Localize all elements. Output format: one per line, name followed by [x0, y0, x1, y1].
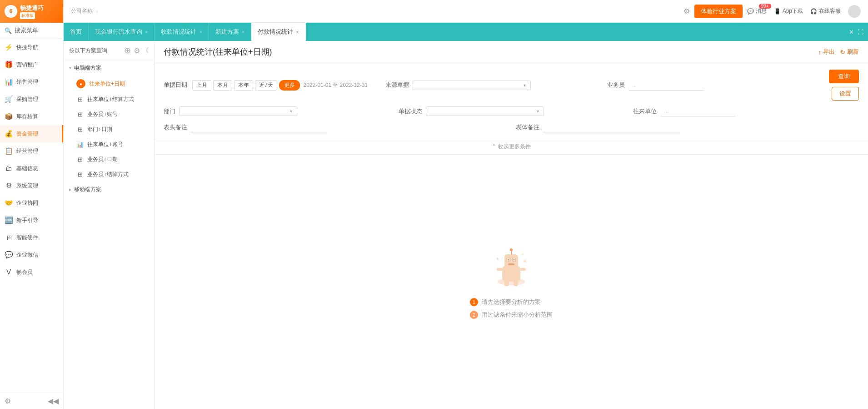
- add-scheme-icon[interactable]: ⊕: [124, 45, 131, 56]
- date-this-year-btn[interactable]: 本年: [234, 80, 253, 91]
- setting-button[interactable]: 设置: [832, 87, 859, 101]
- filter-area: 单据日期 上月 本月 本年 近7天 更多 2022-01-01 至 2022-1…: [155, 63, 868, 139]
- date-recent7-btn[interactable]: 近7天: [255, 80, 277, 91]
- voucher-status-select[interactable]: ▾: [426, 106, 544, 116]
- tab-receipt[interactable]: 收款情况统计 ×: [155, 23, 209, 41]
- user-avatar[interactable]: [848, 5, 861, 18]
- marketing-label: 营销推广: [16, 61, 38, 69]
- scheme-item-unit-settle[interactable]: ⊞ 往来单位+结算方式: [64, 92, 154, 107]
- export-icon: ↑: [818, 49, 822, 56]
- right-content: 付款情况统计(往来单位+日期) ↑ 导出 ↻ 刷新: [155, 41, 868, 409]
- svg-point-14: [497, 258, 499, 260]
- message-icon: 💬: [747, 8, 754, 15]
- messages-item[interactable]: 💬 消息 99+: [747, 7, 767, 15]
- search-menu-item[interactable]: 🔍 搜索菜单: [0, 23, 63, 39]
- export-button[interactable]: ↑ 导出: [818, 48, 835, 56]
- scheme-chart-icon-1: 📊: [76, 141, 84, 148]
- system-icon: ⚙: [5, 182, 13, 190]
- sidebar-item-weixin[interactable]: 💬 企业微信: [0, 246, 63, 263]
- app-download-item[interactable]: 📱 App下载: [774, 7, 803, 15]
- online-service-item[interactable]: 🎧 在线客服: [810, 7, 841, 15]
- svg-point-6: [513, 259, 515, 261]
- source-select[interactable]: ▾: [413, 81, 531, 90]
- sidebar-item-enterprise[interactable]: 🤝 企业协同: [0, 194, 63, 212]
- footer-collapse-icon[interactable]: ◀◀: [48, 397, 59, 405]
- tab-payment-close[interactable]: ×: [296, 29, 299, 35]
- staff-filter-group: 业务员: [607, 80, 820, 91]
- scheme-panel-title: 按以下方案查询: [69, 47, 107, 55]
- scheme-item-unit-account-label: 往来单位+账号: [87, 141, 123, 148]
- voucher-status-label: 单据状态: [399, 107, 422, 116]
- tab-new-scheme-close[interactable]: ×: [242, 29, 244, 35]
- sidebar-item-marketing[interactable]: 🎁 营销推广: [0, 56, 63, 73]
- svg-point-5: [508, 259, 509, 261]
- dept-select[interactable]: ▾: [179, 106, 297, 116]
- staff-input[interactable]: [629, 80, 704, 91]
- tab-expand-icon[interactable]: ⛶: [858, 29, 863, 35]
- tip-num-2: 2: [470, 311, 478, 319]
- scheme-item-unit-date[interactable]: ● 往来单位+日期: [64, 76, 154, 92]
- sales-label: 销售管理: [16, 78, 38, 86]
- sidebar-item-operation[interactable]: 📋 经营管理: [0, 142, 63, 160]
- scheme-settings-icon[interactable]: ⚙: [134, 46, 140, 55]
- sidebar-item-hardware[interactable]: 🖥 智能硬件: [0, 229, 63, 246]
- empty-tip-1: 1 请先选择要分析的方案: [470, 298, 553, 306]
- sidebar-item-basic[interactable]: 🗂 基础信息: [0, 160, 63, 177]
- scheme-item-unit-account[interactable]: 📊 往来单位+账号: [64, 137, 154, 152]
- topbar-settings-icon[interactable]: ⚙: [683, 7, 690, 15]
- scheme-item-staff-date-label: 业务员+日期: [87, 156, 118, 163]
- tip-text-1: 请先选择要分析的方案: [482, 298, 541, 306]
- date-filter-group: 单据日期 上月 本月 本年 近7天 更多 2022-01-01 至 2022-1…: [164, 80, 376, 91]
- sidebar-item-quick-nav[interactable]: ⚡ 快捷导航: [0, 39, 63, 56]
- tab-cashflow[interactable]: 现金银行流水查询 ×: [89, 23, 155, 41]
- scheme-table-icon-1: ⊞: [76, 96, 84, 103]
- scheme-item-dept-date[interactable]: ⊞ 部门+日期: [64, 122, 154, 137]
- tab-close-all-icon[interactable]: ✕: [849, 29, 854, 35]
- svg-rect-13: [514, 281, 518, 286]
- source-filter-label: 来源单据: [385, 81, 409, 89]
- footer-settings-icon[interactable]: ⚙: [5, 397, 11, 405]
- sidebar-item-sales[interactable]: 📊 销售管理: [0, 73, 63, 91]
- related-unit-input[interactable]: [660, 106, 736, 116]
- scheme-item-dept-date-label: 部门+日期: [87, 126, 112, 133]
- sidebar-item-guide[interactable]: 🆕 新手引导: [0, 212, 63, 229]
- scheme-panel: 按以下方案查询 ⊕ ⚙ 《 ▾ 电脑端方案 ● 往来单位+日期 ⊞: [64, 41, 155, 409]
- empty-state-area: 1 请先选择要分析的方案 2 用过滤条件来缩小分析范围: [155, 155, 868, 409]
- scheme-item-unit-date-label: 往来单位+日期: [89, 80, 125, 88]
- mobile-group-header[interactable]: ▸ 移动端方案: [64, 182, 154, 197]
- sidebar-item-member[interactable]: Ⅴ 畅会员: [0, 263, 63, 281]
- body-note-input[interactable]: [543, 122, 679, 132]
- svg-rect-1: [502, 266, 520, 282]
- scheme-item-staff-account[interactable]: ⊞ 业务员+账号: [64, 107, 154, 122]
- tab-payment[interactable]: 付款情况统计 ×: [251, 23, 305, 41]
- trial-button[interactable]: 体验行业方案: [694, 5, 743, 18]
- company-name: 公司名称: [71, 7, 93, 15]
- search-menu-label: 搜索菜单: [15, 26, 38, 35]
- collapse-bar[interactable]: ⌃ 收起更多条件: [155, 139, 868, 155]
- tab-cashflow-close[interactable]: ×: [145, 29, 148, 35]
- scheme-collapse-icon[interactable]: 《: [143, 46, 149, 55]
- header-note-input[interactable]: [191, 122, 327, 132]
- desktop-group-header[interactable]: ▾ 电脑端方案: [64, 61, 154, 76]
- quick-nav-label: 快捷导航: [16, 44, 38, 51]
- sidebar-item-fund[interactable]: 💰 资金管理: [0, 125, 63, 142]
- sidebar-item-inventory[interactable]: 📦 库存核算: [0, 108, 63, 125]
- body-note-label: 表体备注: [516, 123, 539, 131]
- refresh-button[interactable]: ↻ 刷新: [840, 48, 859, 56]
- weixin-icon: 💬: [5, 251, 13, 259]
- sidebar-item-purchase[interactable]: 🛒 采购管理: [0, 91, 63, 108]
- tab-new-scheme[interactable]: 新建方案 ×: [209, 23, 251, 41]
- tab-new-scheme-label: 新建方案: [215, 28, 239, 36]
- date-prev-month-btn[interactable]: 上月: [192, 80, 211, 91]
- date-this-month-btn[interactable]: 本月: [213, 80, 232, 91]
- sidebar-item-system[interactable]: ⚙ 系统管理: [0, 177, 63, 194]
- scheme-item-staff-settle[interactable]: ⊞ 业务员+结算方式: [64, 167, 154, 182]
- weixin-label: 企业微信: [16, 251, 38, 259]
- date-more-btn[interactable]: 更多: [279, 80, 300, 91]
- tab-receipt-close[interactable]: ×: [199, 29, 202, 35]
- query-button[interactable]: 查询: [829, 70, 859, 83]
- date-buttons: 上月 本月 本年 近7天 更多 2022-01-01 至 2022-12-31: [192, 80, 369, 91]
- tab-home[interactable]: 首页: [64, 23, 89, 41]
- scheme-item-staff-date[interactable]: ⊞ 业务员+日期: [64, 152, 154, 167]
- tab-cashflow-label: 现金银行流水查询: [95, 28, 142, 36]
